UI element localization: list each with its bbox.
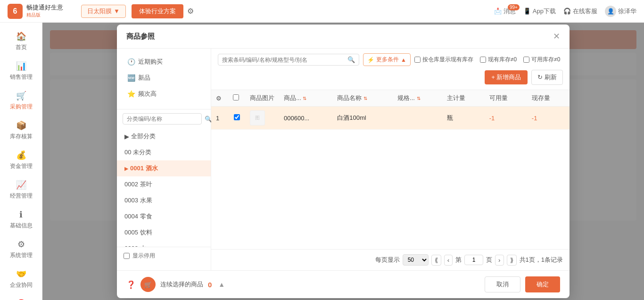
category-item-4[interactable]: 0004 零食 [117,208,211,225]
product-reference-modal: 商品参照 ✕ 🕐 近期购买 🆕 [117,25,570,298]
modal-toolbar: 🔍 ⚡ 更多条件 ▲ 按仓库显示现有库存 [211,49,570,90]
filter-button[interactable]: ⚡ 更多条件 ▲ [363,53,411,66]
category-all[interactable]: ▶ 全部分类 [117,128,211,144]
cancel-button[interactable]: 取消 [485,276,520,292]
search-icon[interactable]: 🔍 [347,56,355,63]
sidebar-item-8[interactable]: 🤝企业协同 [10,264,33,294]
chevron-down-icon: ▼ [114,8,120,15]
top-nav: 6 畅捷通好生意 精品版 日太阳膜 ▼ 体验行业方案 ⚙ 📩 消息 99+ 📱 … [0,0,644,23]
tab-new-products[interactable]: 🆕 新品 [123,70,205,85]
checkbox-existing-stock[interactable]: 现有库存≠0 [480,56,517,64]
logo-area: 6 畅捷通好生意 精品版 [8,4,74,19]
app-download-button[interactable]: 📱 App下载 [523,7,556,16]
help-icon[interactable]: ❓ [126,280,136,289]
show-disabled-checkbox[interactable] [124,253,130,259]
filter-checkboxes: 按仓库显示现有库存 现有库存≠0 可用库存≠0 [414,56,561,64]
row-available: -1 [485,107,527,130]
name-header[interactable]: 商品名称 ⇅ [332,90,393,107]
category-item-0[interactable]: 00 未分类 [117,144,211,160]
gear-icon[interactable]: ⚙ [187,7,194,16]
checkbox-warehouse-stock[interactable]: 按仓库显示现有库存 [414,56,473,64]
refresh-button[interactable]: ↻ 刷新 [531,70,563,85]
category-item-3[interactable]: 0003 水果 [117,192,211,208]
modal-left-panel: 🕐 近期购买 🆕 新品 ⭐ 频次高 [117,49,211,270]
close-button[interactable]: ✕ [553,31,560,42]
user-profile[interactable]: 👤 徐泽华 [605,6,636,17]
row-stock: -1 [527,107,570,130]
sidebar-icon-7: ⚙ [17,239,25,250]
tab-recent-purchase[interactable]: 🕐 近期购买 [123,54,205,69]
add-product-button[interactable]: + 新增商品 [485,70,528,84]
product-search-input[interactable] [222,57,346,63]
tab-high-frequency[interactable]: ⭐ 频次高 [123,86,205,101]
avatar: 👤 [605,6,616,17]
sidebar-item-2[interactable]: 🛒采购管理 [10,86,33,116]
category-item-6[interactable]: 0008 水 [117,241,211,247]
modal-right-panel: 🔍 ⚡ 更多条件 ▲ 按仓库显示现有库存 [211,49,570,270]
category-item-5[interactable]: 0005 饮料 [117,225,211,241]
collapse-icon[interactable]: ▲ [218,281,225,288]
sidebar-icon-2: 🛒 [16,91,26,101]
sidebar-icon-1: 📊 [16,61,26,71]
table-row[interactable]: 1 图 000600... 白酒100ml 瓶 -1 -1 [211,107,570,130]
prev-page-btn[interactable]: ‹ [444,255,453,266]
row-code: 000600... [279,107,332,130]
product-search-box: 🔍 [218,54,359,66]
row-spec [393,107,442,130]
phone-icon: 📱 [523,8,531,15]
sort-icon2: ⇅ [363,96,367,101]
table-header: ⚙ 商品图片 商品... ⇅ 商品名称 [211,90,570,107]
modal-body: 🕐 近期购买 🆕 新品 ⭐ 频次高 [117,49,570,270]
code-header[interactable]: 商品... ⇅ [279,90,332,107]
message-button[interactable]: 📩 消息 99+ [494,7,516,16]
check-header [228,90,245,107]
img-header: 商品图片 [245,90,279,107]
sidebar-icon-6: ℹ [19,209,23,220]
sidebar-item-4[interactable]: 💰资金管理 [10,145,33,175]
sidebar-icon-5: 📈 [16,180,26,190]
demo-button[interactable]: 体验行业方案 [132,4,183,18]
unit-header: 主计量 [442,90,485,107]
page-input[interactable] [464,255,483,265]
sidebar-item-1[interactable]: 📊销售管理 [10,56,33,86]
category-item-1[interactable]: ▶ 0001 酒水 [117,160,211,176]
next-page-btn[interactable]: › [495,255,504,266]
confirm-button[interactable]: 确定 [525,276,560,292]
service-button[interactable]: 🎧 在线客服 [563,7,597,16]
sidebar-item-5[interactable]: 📈经营管理 [10,175,33,205]
category-item-2[interactable]: 0002 茶叶 [117,176,211,192]
footer-actions: 取消 确定 [485,276,560,292]
last-page-btn[interactable]: ⟫ [507,255,517,266]
row-img: 图 [245,107,279,130]
clock-icon: 🕐 [127,58,135,66]
table-body: 1 图 000600... 白酒100ml 瓶 -1 -1 [211,107,570,130]
sidebar-item-0[interactable]: 🏠首页 [10,26,33,56]
category-search-input[interactable] [123,113,202,125]
chevron-up-icon: ▲ [401,57,406,63]
sidebar-item-3[interactable]: 📦库存核算 [10,116,33,145]
sidebar-icon-0: 🏠 [16,31,26,42]
nav-right: 📩 消息 99+ 📱 App下载 🎧 在线客服 👤 徐泽华 [494,6,636,17]
sidebar-icon-4: 💰 [16,150,26,160]
checkbox-available-stock[interactable]: 可用库存≠0 [523,56,560,64]
row-check[interactable] [228,107,245,130]
sort-icon: ⇅ [303,96,306,101]
per-page-select[interactable]: 501020100 [403,254,429,266]
store-selector[interactable]: 日太阳膜 ▼ [81,5,126,18]
filter-icon: ⚡ [367,57,374,63]
sidebar: 🏠首页📊销售管理🛒采购管理📦库存核算💰资金管理📈经营管理ℹ基础信息⚙系统管理🤝企… [0,23,42,300]
logo-icon: 6 [8,4,23,19]
message-badge: 99+ [508,4,520,10]
sidebar-item-6[interactable]: ℹ基础信息 [10,205,33,234]
select-all-checkbox[interactable] [233,94,239,100]
sidebar-item-7[interactable]: ⚙系统管理 [10,234,33,264]
spec-header[interactable]: 规格... ⇅ [393,90,442,107]
sidebar-icon-8: 🤝 [16,269,26,279]
logo-text: 畅捷通好生意 [26,4,63,12]
sidebar-item-9[interactable]: 🎯新手引导 [10,294,33,300]
category-list: ▶ 全部分类 00 未分类▶ 0001 酒水0002 茶叶0003 水果0004… [117,128,211,247]
modal-overlay: 商品参照 ✕ 🕐 近期购买 🆕 [42,23,644,300]
main-layout: 🏠首页📊销售管理🛒采购管理📦库存核算💰资金管理📈经营管理ℹ基础信息⚙系统管理🤝企… [0,23,644,300]
first-page-btn[interactable]: ⟪ [431,255,441,266]
cart-button[interactable]: 🛒 [140,277,156,292]
